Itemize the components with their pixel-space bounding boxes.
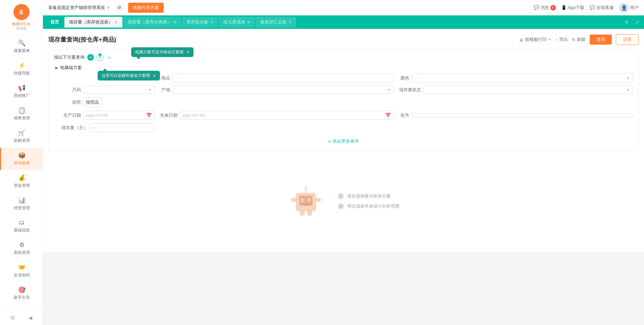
- tab-inventory-dist-close[interactable]: ✕: [173, 20, 176, 24]
- form-item-color: 颜色 ··· ▼: [399, 73, 633, 83]
- tooltip2-arrow: [103, 68, 107, 71]
- produce-date-input[interactable]: yyyy-mm-dd 📅: [83, 111, 155, 120]
- tab-inventory-status-label: 现存量（库存状况表）: [69, 19, 113, 25]
- tip2-text: 用过滤条件来缩小分析范围: [347, 203, 399, 209]
- quick-icon: ⚡: [18, 62, 25, 69]
- expand-icon[interactable]: ⤢: [633, 18, 641, 26]
- svg-rect-7: [315, 198, 321, 202]
- goods-label: 商品: [160, 75, 170, 81]
- stock-state-dropdown-arrow: ▼: [626, 88, 630, 92]
- print-button[interactable]: 🖨 按模板打印 ▼: [519, 37, 552, 43]
- experience-button[interactable]: 体验行业方案: [128, 3, 164, 13]
- sidebar-item-newbie[interactable]: 🎯 新手引导: [0, 282, 43, 305]
- tab-inout-flow-label: 出入库流水: [223, 19, 245, 25]
- color-dots: ···: [414, 75, 418, 80]
- tab-inout-flow[interactable]: 出入库流水 ✕: [219, 17, 255, 28]
- dot-indicator: [99, 53, 101, 56]
- enterprise-icon: 🤝: [18, 264, 25, 271]
- settings-footer-btn[interactable]: ⚙: [10, 315, 15, 321]
- sidebar-item-label: 资金管理: [14, 183, 30, 188]
- sidebar-item-label: 经营管理: [14, 205, 30, 211]
- tab-batch-account-close[interactable]: ✕: [210, 20, 213, 24]
- collapse-button[interactable]: ∧ 收起更多条件: [54, 136, 633, 147]
- filter-edit-button[interactable]: ✎: [97, 54, 103, 61]
- form-item-size: 尺码 ▼: [61, 86, 155, 94]
- stock-state-label: 现存量状态: [399, 87, 421, 93]
- expire-date-input[interactable]: yyyy-mm-dd 📅: [179, 111, 394, 120]
- tab-home[interactable]: 首页: [46, 17, 64, 28]
- user-menu[interactable]: 👤 用户: [619, 3, 639, 12]
- notification-label: 消息: [540, 5, 549, 11]
- sidebar-item-quick[interactable]: ⚡ 快捷导航: [0, 58, 43, 80]
- pc-scheme-expand[interactable]: ▶: [55, 66, 58, 70]
- svg-rect-11: [307, 210, 312, 216]
- gear-button[interactable]: ⚙: [115, 3, 124, 12]
- tab-batch-account[interactable]: 库存批次账 ✕: [182, 17, 218, 28]
- filter-panel: 按以下方案查询 + ✎ « 电脑方案可设为移动方案哦: [48, 50, 639, 151]
- app-download-label: App下载: [568, 5, 584, 11]
- export-label: 导出: [559, 37, 568, 43]
- tab-collect-summary-close[interactable]: ✕: [288, 20, 291, 24]
- avatar: 👤: [619, 3, 629, 12]
- stock-state-dropdown[interactable]: ▼: [423, 86, 633, 94]
- sidebar-item-label: 基础信息: [14, 227, 30, 233]
- sidebar-item-purchase[interactable]: 🛒 采购管理: [0, 125, 43, 148]
- tab-collect-summary[interactable]: 收发存汇总表 ✕: [256, 17, 296, 28]
- tooltip2-close[interactable]: ✕: [153, 73, 156, 78]
- form-item-bytype: 按照 按照品: [61, 97, 155, 107]
- logo-icon: 6: [13, 4, 30, 20]
- origin-dropdown[interactable]: ▼: [172, 86, 394, 94]
- sidebar-item-search[interactable]: 🔍 搜索菜单: [0, 35, 43, 58]
- goods-input[interactable]: ···: [172, 73, 394, 83]
- online-service-button[interactable]: 💬 在线客服: [590, 5, 614, 11]
- inventory-icon: 📦: [18, 152, 25, 159]
- app-download-button[interactable]: 📱 App下载: [561, 5, 584, 11]
- system-name: 装备及固定资产辅助管理系统: [48, 5, 105, 11]
- tab-inventory-dist[interactable]: 现存量（库存分布表） ✕: [123, 17, 181, 28]
- header-right: 💬 消息 6 📱 App下载 💬 在线客服 👤 用户: [534, 3, 639, 12]
- sidebar-item-inventory[interactable]: 📦 库存核算: [0, 148, 43, 170]
- service-icon: 💬: [590, 5, 595, 10]
- sidebar-nav: 🔍 搜索菜单 ⚡ 快捷导航 📢 营销推广 📋 销售管理 🛒 采购管理 📦: [0, 35, 43, 310]
- form-row-3: 按照 按照品: [54, 97, 633, 107]
- system-selector[interactable]: 装备及固定资产辅助管理系统 ▼: [48, 5, 111, 11]
- refresh-label: 刷新: [577, 37, 586, 43]
- form-item-goods: 商品 ···: [160, 73, 394, 83]
- close-all-icon[interactable]: ✕: [623, 18, 631, 26]
- filter-arrow-button[interactable]: «: [106, 54, 113, 61]
- sidebar-item-enterprise[interactable]: 🤝 企业协同: [0, 260, 43, 282]
- filter-add-button[interactable]: +: [87, 54, 94, 61]
- set-button[interactable]: 设置: [616, 34, 639, 45]
- tab-inout-flow-close[interactable]: ✕: [247, 20, 250, 24]
- sidebar-item-marketing[interactable]: 📢 营销推广: [0, 80, 43, 103]
- form-row-5: 现存量（主） —: [54, 123, 633, 132]
- tab-inventory-status[interactable]: 现存量（库存状况表） ✕: [64, 17, 122, 28]
- bytype-label: 按照: [61, 99, 81, 105]
- color-label: 颜色: [399, 75, 409, 81]
- sidebar-item-basic[interactable]: 🗂 基础信息: [0, 215, 43, 237]
- query-button[interactable]: 查询: [590, 35, 612, 45]
- sidebar-item-sales[interactable]: 📋 销售管理: [0, 103, 43, 125]
- sidebar-item-operation[interactable]: 📊 经营管理: [0, 193, 43, 215]
- top-header: 装备及固定资产辅助管理系统 ▼ ⚙ 体验行业方案 💬 消息 6 📱 App下载 …: [43, 0, 644, 15]
- sidebar-item-finance[interactable]: 💰 资金管理: [0, 170, 43, 193]
- bytype-input[interactable]: 按照品: [83, 97, 102, 107]
- tab-inventory-status-close[interactable]: ✕: [115, 20, 118, 24]
- color-dropdown-arrow: ▼: [626, 76, 630, 80]
- color-dropdown[interactable]: ··· ▼: [411, 73, 633, 83]
- empty-tips: 1 请先选择要分析的方案 2 用过滤条件来缩小分析范围: [338, 193, 399, 209]
- export-button[interactable]: ↑ 导出: [556, 37, 568, 43]
- basic-icon: 🗂: [19, 219, 25, 226]
- sidebar-item-system[interactable]: ⚙ 系统管理: [0, 237, 43, 260]
- online-service-label: 在线客服: [596, 5, 614, 11]
- notification-button[interactable]: 💬 消息 6: [534, 5, 556, 11]
- sidebar-item-label: 系统管理: [14, 250, 30, 256]
- collapse-footer-btn[interactable]: ◀: [28, 315, 32, 321]
- size-label: 尺码: [61, 87, 81, 93]
- size-dropdown[interactable]: ▼: [83, 86, 155, 94]
- batch-input[interactable]: [411, 113, 633, 117]
- tooltip1-close[interactable]: ✕: [186, 50, 190, 55]
- stock-qty-input[interactable]: —: [90, 123, 155, 132]
- refresh-button[interactable]: ↻ 刷新: [572, 37, 586, 43]
- calendar-icon: 📅: [146, 113, 152, 118]
